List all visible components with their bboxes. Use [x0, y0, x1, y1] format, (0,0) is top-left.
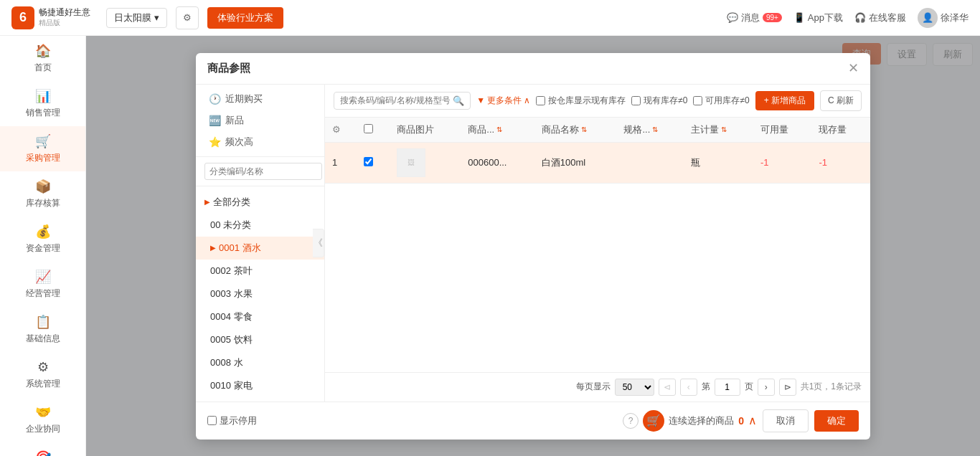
- sidebar-item-inventory[interactable]: 📦 库存核算: [0, 171, 85, 217]
- recent-purchase-item[interactable]: 🕐 近期购买: [204, 89, 316, 109]
- filter-icon: ▼: [476, 95, 485, 105]
- search-icon[interactable]: 🔍: [453, 95, 464, 106]
- td-check: [357, 142, 390, 183]
- recent-purchase-label: 近期购买: [225, 92, 263, 105]
- cart-label: 连续选择的商品: [669, 414, 734, 427]
- sidebar-item-sales[interactable]: 📊 销售管理: [0, 81, 85, 126]
- sort-icon-code: ⇅: [496, 125, 502, 133]
- next-page-button[interactable]: ›: [758, 379, 775, 396]
- category-0005-label: 0005 饮料: [210, 333, 253, 346]
- product-image: 🖼: [397, 148, 425, 177]
- message-label: 消息: [741, 11, 760, 24]
- category-0005[interactable]: 0005 饮料: [196, 328, 324, 351]
- layout: 🏠 首页 📊 销售管理 🛒 采购管理 📦 库存核算 💰 资金管理 📈 经营管理 …: [0, 36, 980, 456]
- row-checkbox[interactable]: [364, 157, 373, 166]
- show-disabled-checkbox[interactable]: [207, 416, 217, 425]
- add-product-button[interactable]: + 新增商品: [755, 91, 814, 110]
- app-download-label: App下载: [808, 11, 843, 24]
- confirm-button[interactable]: 确定: [814, 410, 859, 432]
- th-spec[interactable]: 规格... ⇅: [616, 118, 684, 143]
- page-input[interactable]: [715, 379, 740, 396]
- cancel-button[interactable]: 取消: [763, 409, 809, 432]
- refresh-button[interactable]: C 刷新: [820, 90, 862, 111]
- sidebar-item-finance[interactable]: 💰 资金管理: [0, 217, 85, 262]
- product-search-input[interactable]: [340, 95, 450, 105]
- product-table: ⚙ 商品图片: [325, 118, 870, 184]
- sidebar-item-business[interactable]: 📈 经营管理: [0, 262, 85, 307]
- page-size-select[interactable]: 50 10 20 100: [615, 379, 654, 396]
- category-all[interactable]: ▶ 全部分类: [196, 191, 324, 214]
- last-page-button[interactable]: ⊳: [779, 379, 796, 396]
- gear-button[interactable]: ⚙: [176, 6, 199, 29]
- system-icon: ⚙: [37, 359, 49, 375]
- category-0004[interactable]: 0004 零食: [196, 305, 324, 328]
- th-code-label: 商品...: [468, 123, 494, 136]
- stock-nonzero-checkbox[interactable]: [631, 96, 641, 105]
- sidebar-label-purchase: 采购管理: [26, 152, 60, 164]
- category-00[interactable]: 00 未分类: [196, 214, 324, 237]
- logo-icon: 6: [11, 6, 34, 29]
- sidebar-item-guide[interactable]: 🎯 新手引导: [0, 442, 85, 456]
- business-icon: 📈: [35, 269, 51, 285]
- message-item[interactable]: 💬 消息 99+: [727, 11, 782, 24]
- store-selector[interactable]: 日太阳膜 ▾: [106, 8, 167, 28]
- sidebar-item-purchase[interactable]: 🛒 采购管理: [0, 126, 85, 171]
- th-name[interactable]: 商品名称 ⇅: [534, 118, 617, 143]
- available-nonzero-label: 可用库存≠0: [705, 95, 749, 107]
- available-nonzero-checkbox[interactable]: [693, 96, 702, 105]
- sidebar-label-collab: 企业协同: [26, 423, 60, 435]
- prev-page-button[interactable]: ‹: [680, 379, 697, 396]
- category-0010[interactable]: 0010 家电: [196, 374, 324, 397]
- frequent-item[interactable]: ⭐ 频次高: [204, 132, 316, 152]
- category-0001[interactable]: ▶ 0001 酒水: [196, 237, 324, 260]
- sidebar-item-basic[interactable]: 📋 基础信息: [0, 307, 85, 352]
- sidebar-item-collab[interactable]: 🤝 企业协同: [0, 397, 85, 442]
- new-product-item[interactable]: 🆕 新品: [204, 110, 316, 130]
- category-0008-label: 0008 水: [210, 356, 243, 369]
- message-icon: 💬: [727, 12, 738, 23]
- sort-icon-name: ⇅: [581, 125, 587, 133]
- trial-button[interactable]: 体验行业方案: [207, 7, 283, 29]
- sort-icon-unit: ⇅: [721, 125, 727, 133]
- table-row[interactable]: 1 🖼: [325, 142, 870, 183]
- selected-count: 0: [738, 415, 744, 427]
- sidebar-item-home[interactable]: 🏠 首页: [0, 36, 85, 81]
- store-name: 日太阳膜: [114, 11, 151, 24]
- category-0003[interactable]: 0003 水果: [196, 282, 324, 305]
- footer-collapse-icon[interactable]: ∧: [748, 414, 757, 427]
- th-spec-label: 规格...: [623, 123, 650, 136]
- th-img: 商品图片: [390, 118, 461, 143]
- select-all-checkbox[interactable]: [364, 124, 373, 133]
- category-all-label: 全部分类: [213, 196, 250, 209]
- sidebar-item-system[interactable]: ⚙ 系统管理: [0, 352, 85, 397]
- product-table-body: 1 🖼: [325, 142, 870, 183]
- settings-icon[interactable]: ⚙: [332, 124, 341, 135]
- dialog-close-button[interactable]: ✕: [848, 62, 859, 75]
- logo-text: 畅捷通好生意: [39, 7, 90, 19]
- th-code[interactable]: 商品... ⇅: [461, 118, 534, 143]
- first-page-button[interactable]: ⊲: [659, 379, 676, 396]
- cart-icon[interactable]: 🛒: [643, 410, 664, 432]
- th-img-label: 商品图片: [397, 124, 434, 135]
- category-0008[interactable]: 0008 水: [196, 351, 324, 374]
- sales-icon: 📊: [35, 88, 51, 104]
- category-collapse-button[interactable]: 《: [313, 229, 324, 257]
- help-icon[interactable]: ?: [623, 413, 639, 429]
- headset-icon: 🎧: [854, 12, 866, 23]
- filter-label: 更多条件: [487, 95, 522, 107]
- category-search-input[interactable]: [204, 163, 322, 180]
- category-0010-label: 0010 家电: [210, 379, 253, 392]
- stock-nonzero-checkbox-group: 现有库存≠0: [631, 95, 687, 107]
- filter-button[interactable]: ▼ 更多条件 ∧: [476, 95, 530, 107]
- online-service-item[interactable]: 🎧 在线客服: [854, 11, 906, 24]
- page-size-label: 每页显示: [576, 381, 611, 393]
- category-0002[interactable]: 0002 茶叶: [196, 260, 324, 282]
- username: 徐泽华: [941, 11, 969, 24]
- warehouse-checkbox[interactable]: [536, 96, 545, 105]
- app-download-item[interactable]: 📱 App下载: [793, 11, 843, 24]
- category-0001-label: 0001 酒水: [219, 242, 261, 255]
- th-unit[interactable]: 主计量 ⇅: [684, 118, 753, 143]
- user-item[interactable]: 👤 徐泽华: [918, 8, 969, 28]
- th-available-label: 可用量: [760, 124, 788, 135]
- new-product-label: 新品: [225, 114, 244, 127]
